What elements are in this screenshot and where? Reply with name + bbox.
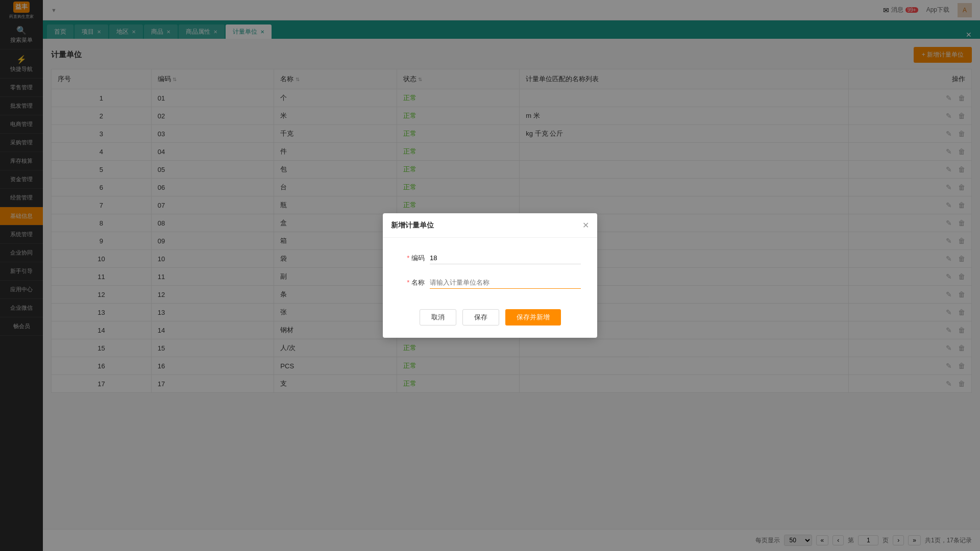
modal-footer: 取消 保存 保存并新增 xyxy=(383,303,597,338)
name-input[interactable] xyxy=(430,277,581,289)
cancel-button[interactable]: 取消 xyxy=(420,309,456,325)
modal-title: 新增计量单位 xyxy=(391,221,434,230)
modal-close-button[interactable]: ✕ xyxy=(582,220,589,230)
code-input[interactable] xyxy=(430,252,581,264)
modal-body: * 编码 * 名称 xyxy=(383,238,597,303)
form-row-name: * 名称 xyxy=(399,277,581,289)
save-new-button[interactable]: 保存并新增 xyxy=(505,309,561,325)
save-button[interactable]: 保存 xyxy=(462,309,499,325)
name-label: * 名称 xyxy=(399,278,425,287)
modal-header: 新增计量单位 ✕ xyxy=(383,213,597,238)
modal-overlay: 新增计量单位 ✕ * 编码 * 名称 取消 保存 保存并新增 xyxy=(0,0,980,551)
modal: 新增计量单位 ✕ * 编码 * 名称 取消 保存 保存并新增 xyxy=(383,213,597,338)
form-row-code: * 编码 xyxy=(399,252,581,264)
code-label: * 编码 xyxy=(399,254,425,263)
